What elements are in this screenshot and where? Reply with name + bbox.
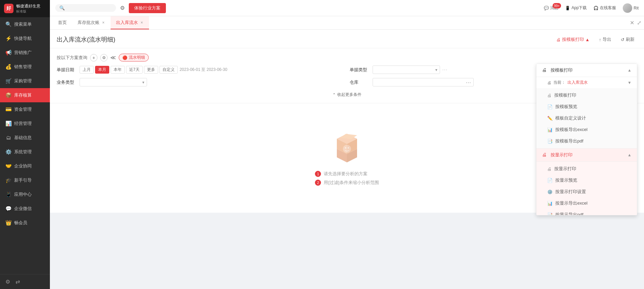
online-service-item[interactable]: 🎧 在线客服 xyxy=(593,5,616,11)
dropdown-item-template-preview[interactable]: 📄 按模板预览 xyxy=(536,101,637,112)
window-expand-btn[interactable]: ⤢ xyxy=(637,20,641,26)
date-field-label: 单据日期 xyxy=(57,67,77,73)
business-type-select[interactable] xyxy=(80,78,147,86)
filter-settings-button[interactable]: ⚙ xyxy=(100,54,108,61)
window-close-btn[interactable]: ✕ xyxy=(630,20,634,26)
export-button[interactable]: ↑ 导出 xyxy=(596,35,614,44)
empty-icon xyxy=(330,130,364,164)
item-display-excel-icon: 📊 xyxy=(547,201,553,206)
export-icon: ↑ xyxy=(599,37,602,42)
business-type-select-wrapper xyxy=(80,78,147,86)
sidebar-item-inventory[interactable]: 📦 库存核算 xyxy=(0,88,50,102)
date-range-text: 2023-06-01 至 2023-06-30 xyxy=(180,67,227,73)
gear-icon[interactable]: ⚙ xyxy=(120,5,125,11)
app-download-item[interactable]: 📱 App下载 xyxy=(565,5,587,11)
sidebar-item-guide[interactable]: 🎓 新手引导 xyxy=(0,173,50,187)
sidebar-item-shortcut[interactable]: ⚡ 快捷导航 xyxy=(0,31,50,46)
step-1-num: 1 xyxy=(315,171,321,177)
sidebar-item-marketing[interactable]: 📢 营销推广 xyxy=(0,46,50,60)
sidebar-item-icon-operation: 📊 xyxy=(5,121,11,127)
tab-inventory-batch[interactable]: 库存批次账 × xyxy=(72,16,111,29)
tab-home[interactable]: 首页 xyxy=(53,16,72,29)
display-print-left: 🖨 按显示打印 xyxy=(542,152,573,158)
tabbar: 首页 库存批次账 × 出入库流水 × ✕ ⤢ xyxy=(50,16,644,30)
sidebar-item-sales[interactable]: 💰 销售管理 xyxy=(0,60,50,74)
date-btn-custom[interactable]: 自定义 xyxy=(159,66,178,74)
item-printer-icon: 🖨 xyxy=(547,93,552,98)
business-type-label: 业务类型 xyxy=(57,79,77,85)
empty-step-2: 2 用[过滤]条件来缩小分析范围 xyxy=(315,180,379,186)
dropdown-template-print-header[interactable]: 🖨 按模板打印 ▲ xyxy=(536,64,637,77)
display-print-sub: 🖨 按显示打印 📄 按显示预览 ⚙️ 按显示打印设置 📊 按显示导出excel … xyxy=(536,162,637,215)
sidebar-item-search[interactable]: 🔍 搜索菜单 xyxy=(0,17,50,31)
item-preview-icon: 📄 xyxy=(547,104,553,109)
sidebar-item-system[interactable]: ⚙️ 系统管理 xyxy=(0,145,50,159)
date-btn-more[interactable]: 更多 xyxy=(144,66,158,74)
warehouse-input[interactable] xyxy=(373,78,474,86)
doctype-select[interactable] xyxy=(373,65,440,74)
date-field-value: 上月 本月 本年 近7天 更多 自定义 2023-06-01 至 2023-06… xyxy=(80,66,344,74)
print-template-button[interactable]: 🖨 按模板打印 ▲ xyxy=(554,35,592,44)
sidebar-item-wechat[interactable]: 💬 企业微信 xyxy=(0,202,50,216)
sidebar-item-finance[interactable]: 💳 资金管理 xyxy=(0,102,50,116)
dropdown-item-display-excel[interactable]: 📊 按显示导出excel xyxy=(536,198,637,209)
dropdown-item-template-print[interactable]: 🖨 按模板打印 xyxy=(536,89,637,101)
sidebar-item-icon-purchase: 🛒 xyxy=(5,78,11,84)
collapse-icon[interactable]: ⇄ xyxy=(16,279,20,285)
sidebar-item-basic[interactable]: 🗂 基础信息 xyxy=(0,131,50,145)
dropdown-item-display-preview[interactable]: 📄 按显示预览 xyxy=(536,175,637,186)
tab-home-label: 首页 xyxy=(58,20,67,26)
date-btn-this-year[interactable]: 本年 xyxy=(111,66,125,74)
topbar: 🔍 ⚙ 体验行业方案 💬 消息 99+ 📱 App下载 🎧 在线客服 xyxy=(50,0,644,16)
current-label: 当前： xyxy=(553,80,565,85)
page-title: 出入库流水(流水明细) xyxy=(57,35,115,44)
settings-icon[interactable]: ⚙ xyxy=(5,279,10,285)
printer-icon-template: 🖨 xyxy=(542,67,547,73)
step-2-text: 用[过滤]条件来缩小分析范围 xyxy=(324,180,379,186)
refresh-button[interactable]: ↺ 刷新 xyxy=(618,35,637,44)
app-download-label: App下载 xyxy=(572,5,587,11)
date-btn-last-month[interactable]: 上月 xyxy=(80,66,94,74)
sidebar-item-label-inventory: 库存核算 xyxy=(14,92,32,98)
sidebar-item-vip[interactable]: 👑 畅会员 xyxy=(0,216,50,230)
doctype-more-icon[interactable]: ⋯ xyxy=(442,67,447,73)
version-label: 标准版 xyxy=(16,9,40,14)
sidebar-item-label-system: 系统管理 xyxy=(14,149,32,155)
current-value: 出入库流水 xyxy=(567,80,588,85)
step-2-num: 2 xyxy=(315,180,321,186)
item-template-pdf-label: 按模板导出pdf xyxy=(555,138,583,144)
sidebar-item-appCenter[interactable]: 📱 应用中心 xyxy=(0,187,50,202)
sidebar-item-icon-guide: 🎓 xyxy=(5,177,11,183)
dropdown-item-display-pdf[interactable]: 📑 按显示导出pdf xyxy=(536,209,637,215)
dropdown-item-display-settings[interactable]: ⚙️ 按显示打印设置 xyxy=(536,186,637,198)
filter-collapse-button[interactable]: ≪ xyxy=(110,54,116,61)
dropdown-display-print-header[interactable]: 🖨 按显示打印 ▲ xyxy=(536,149,637,162)
date-btn-7days[interactable]: 近7天 xyxy=(126,66,143,74)
dropdown-item-template-excel[interactable]: 📊 按模板导出excel xyxy=(536,124,637,135)
dropdown-item-template-design[interactable]: ✏️ 模板自定义设计 xyxy=(536,112,637,124)
logo-text: 畅捷通好生意 标准版 xyxy=(16,3,40,14)
sidebar-item-icon-cooperation: 🤝 xyxy=(5,163,11,169)
sidebar-item-label-purchase: 采购管理 xyxy=(14,78,32,84)
tab-stock-flow-close[interactable]: × xyxy=(140,20,144,25)
dropdown-item-display-print[interactable]: 🖨 按显示打印 xyxy=(536,163,637,175)
dropdown-item-template-pdf[interactable]: 📑 按模板导出pdf xyxy=(536,135,637,147)
search-box[interactable]: 🔍 xyxy=(55,4,116,12)
sidebar-item-cooperation[interactable]: 🤝 企业协同 xyxy=(0,159,50,173)
item-display-preview-icon: 📄 xyxy=(547,178,553,183)
message-item[interactable]: 💬 消息 99+ xyxy=(544,5,558,11)
tab-inventory-batch-close[interactable]: × xyxy=(101,20,105,25)
tab-stock-flow[interactable]: 出入库流水 × xyxy=(111,16,149,29)
sidebar-item-operation[interactable]: 📊 经营管理 xyxy=(0,116,50,131)
message-icon: 💬 xyxy=(544,6,549,10)
filter-add-button[interactable]: + xyxy=(90,54,97,61)
search-input[interactable] xyxy=(67,6,107,10)
sidebar-item-purchase[interactable]: 🛒 采购管理 xyxy=(0,74,50,88)
trial-button[interactable]: 体验行业方案 xyxy=(129,3,166,13)
sidebar-item-icon-appCenter: 📱 xyxy=(5,191,11,198)
warehouse-more-icon[interactable]: ⋯ xyxy=(466,79,471,85)
date-btn-this-month[interactable]: 本月 xyxy=(95,66,109,74)
svg-point-7 xyxy=(345,147,346,149)
user-avatar-item[interactable]: Rit xyxy=(623,3,639,13)
item-design-icon: ✏️ xyxy=(547,116,553,121)
